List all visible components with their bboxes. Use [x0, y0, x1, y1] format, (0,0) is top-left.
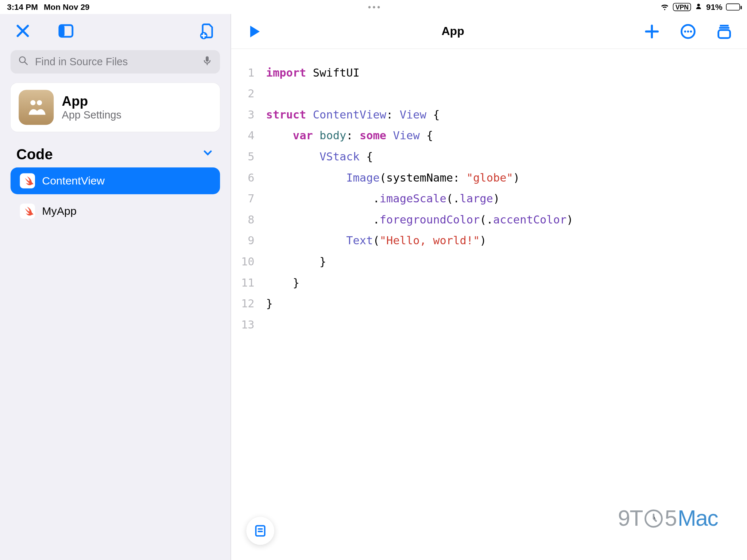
battery-icon — [726, 4, 740, 11]
add-button[interactable] — [642, 21, 662, 41]
search-field[interactable] — [11, 50, 220, 74]
line-gutter: 12345678910111213 — [231, 62, 266, 560]
file-list: ContentView MyApp — [0, 167, 231, 225]
sidebar-toggle-icon[interactable] — [56, 21, 76, 41]
run-button[interactable] — [244, 21, 264, 41]
svg-point-6 — [37, 100, 42, 105]
documentation-button[interactable] — [246, 517, 274, 545]
file-item-contentview[interactable]: ContentView — [11, 167, 220, 194]
more-icon[interactable] — [678, 21, 698, 41]
svg-point-10 — [690, 30, 692, 32]
search-icon — [18, 55, 29, 69]
status-date: Mon Nov 29 — [44, 2, 90, 12]
svg-point-9 — [687, 30, 689, 32]
svg-point-5 — [30, 100, 35, 105]
editor-pane: App 12345678910111213 import SwiftUI str… — [231, 14, 747, 560]
file-label: MyApp — [42, 205, 77, 218]
swift-icon — [20, 203, 35, 219]
file-item-myapp[interactable]: MyApp — [11, 198, 220, 225]
app-title: App — [62, 93, 121, 109]
app-icon — [19, 90, 54, 125]
close-icon[interactable] — [13, 21, 32, 41]
code-content[interactable]: import SwiftUI struct ContentView: View … — [266, 62, 747, 560]
user-icon — [694, 2, 703, 12]
svg-rect-11 — [719, 30, 730, 38]
library-icon[interactable] — [714, 21, 734, 41]
chevron-down-icon — [201, 146, 214, 163]
wifi-icon — [660, 1, 670, 12]
svg-point-3 — [19, 57, 25, 63]
svg-point-8 — [684, 30, 686, 32]
status-time: 3:14 PM — [7, 2, 38, 12]
vpn-badge: VPN — [673, 3, 691, 11]
swift-icon — [20, 173, 35, 188]
watermark: 9T 5 Mac — [618, 506, 718, 531]
search-input[interactable] — [35, 56, 196, 68]
editor-title: App — [264, 24, 642, 38]
multitask-handle[interactable]: ••• — [368, 2, 382, 12]
dictation-icon[interactable] — [201, 55, 213, 69]
new-file-icon[interactable] — [198, 21, 217, 41]
code-editor[interactable]: 12345678910111213 import SwiftUI struct … — [231, 49, 747, 560]
app-settings-card[interactable]: App App Settings — [11, 83, 220, 132]
section-label: Code — [16, 146, 53, 163]
status-bar: 3:14 PM Mon Nov 29 ••• VPN 91% — [0, 0, 747, 14]
app-subtitle: App Settings — [62, 109, 121, 121]
code-section-header[interactable]: Code — [0, 135, 231, 167]
battery-percent: 91% — [706, 2, 723, 12]
sidebar: App App Settings Code ContentView MyApp — [0, 14, 231, 560]
svg-rect-4 — [206, 56, 209, 62]
file-label: ContentView — [42, 174, 105, 187]
svg-rect-1 — [59, 25, 65, 37]
